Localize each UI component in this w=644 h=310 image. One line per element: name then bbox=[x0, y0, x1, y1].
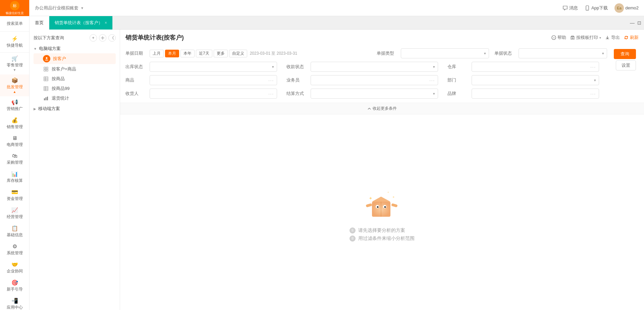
export-button[interactable]: 导出 bbox=[605, 35, 620, 41]
help-button[interactable]: ? 帮助 bbox=[551, 35, 566, 41]
sidebar-item-xinshou[interactable]: 🎯 新手引导 bbox=[0, 277, 29, 295]
receiver-select[interactable]: ··· bbox=[150, 89, 277, 99]
pay-status-select[interactable]: ▾ bbox=[311, 62, 438, 72]
chevron-down-icon[interactable]: ▾ bbox=[81, 6, 83, 10]
scheme-item-refund-stat[interactable]: 退货统计 bbox=[34, 94, 116, 103]
svg-text:✦: ✦ bbox=[392, 195, 395, 199]
scheme-mobile-section: ▶ 移动端方案 bbox=[30, 104, 120, 113]
scheme-item-by-goods[interactable]: 按商品 bbox=[34, 74, 116, 84]
svg-rect-34 bbox=[366, 203, 372, 207]
out-status-label: 出库状态 bbox=[125, 64, 144, 70]
xinshou-icon: 🎯 bbox=[11, 279, 18, 286]
sidebar-item-yingxiao[interactable]: 📢 营销推广 bbox=[0, 96, 29, 114]
date-btn-more[interactable]: 更多 bbox=[214, 50, 228, 57]
sidebar: 标 畅捷信好生意 搜索菜单 ⚡ 快捷导航 🛒 零售管理 ▼ 📦 批发管理 ▲ 📢… bbox=[0, 0, 30, 310]
chevron-down-icon: ▾ bbox=[272, 65, 274, 69]
salesperson-select[interactable]: ··· bbox=[311, 75, 438, 85]
sidebar-item-label: 基础信息 bbox=[7, 232, 23, 238]
settlement-select[interactable]: ▾ bbox=[311, 89, 438, 99]
chevron-up-icon: ▲ bbox=[13, 90, 16, 94]
tab-home[interactable]: 首页 bbox=[30, 16, 49, 30]
app-download-button[interactable]: App下载 bbox=[585, 5, 608, 11]
sidebar-item-xiaoshou[interactable]: 💰 销售管理 bbox=[0, 114, 29, 133]
sidebar-item-jichu[interactable]: 📋 基础信息 bbox=[0, 222, 29, 241]
scheme-desktop-header[interactable]: ▼ 电脑端方案 bbox=[34, 44, 116, 53]
date-btn-7days[interactable]: 近7天 bbox=[196, 50, 212, 57]
xieyi-icon: 🤝 bbox=[11, 261, 18, 268]
tab-bar: 首页 销货单统计表（按客户） × — ⊡ bbox=[30, 16, 644, 30]
search-menu-item[interactable]: 搜索菜单 bbox=[1, 19, 28, 29]
sidebar-logo[interactable]: 标 畅捷信好生意 bbox=[0, 0, 29, 16]
print-button[interactable]: 按模板打印 ▾ bbox=[570, 35, 601, 41]
tab-restore-button[interactable]: ⊡ bbox=[637, 20, 641, 25]
mobile-section-label: 移动端方案 bbox=[38, 106, 60, 112]
bar-chart-icon bbox=[43, 95, 49, 101]
pay-status-label: 收款状态 bbox=[286, 64, 305, 70]
dots-icon: ··· bbox=[590, 64, 596, 69]
scheme-mobile-header[interactable]: ▶ 移动端方案 bbox=[34, 104, 116, 113]
user-menu[interactable]: Ea demo2 bbox=[614, 3, 639, 13]
sidebar-item-label: 批发管理 bbox=[7, 84, 23, 90]
out-status-select[interactable]: ▾ bbox=[150, 62, 277, 72]
scheme-item-label: 按客户 bbox=[53, 56, 66, 62]
sidebar-item-caigou[interactable]: 🛍 采购管理 bbox=[0, 150, 29, 168]
sidebar-item-dianshang[interactable]: 🖥 电商管理 bbox=[0, 133, 29, 150]
collapse-more-button[interactable]: 收起更多条件 bbox=[120, 103, 644, 114]
date-btn-custom[interactable]: 自定义 bbox=[229, 50, 247, 57]
refresh-icon bbox=[624, 35, 629, 40]
tab-minimize-button[interactable]: — bbox=[630, 20, 635, 25]
print-arrow-icon[interactable]: ▾ bbox=[599, 36, 601, 40]
tip-number-2: ② bbox=[350, 236, 356, 242]
header-breadcrumb: 办公用品行业模拟账套 ▾ bbox=[35, 5, 83, 11]
chevron-right-icon: ▶ bbox=[34, 107, 36, 111]
refresh-button[interactable]: 刷新 bbox=[624, 35, 639, 41]
scheme-item-by-customer[interactable]: 按客户 bbox=[34, 53, 116, 64]
filter-settings-button[interactable]: 设置 bbox=[616, 60, 636, 70]
date-btn-this-year[interactable]: 本年 bbox=[180, 50, 195, 57]
svg-rect-20 bbox=[47, 97, 48, 100]
doc-status-select[interactable]: ▾ bbox=[519, 48, 607, 58]
sidebar-item-kucun[interactable]: 📊 库存核算 bbox=[0, 168, 29, 186]
message-button[interactable]: 消息 bbox=[562, 5, 578, 11]
sidebar-item-kuaijie[interactable]: ⚡ 快捷导航 bbox=[0, 33, 29, 51]
sidebar-item-zijin[interactable]: 💳 资金管理 bbox=[0, 186, 29, 204]
goods-select[interactable]: ··· bbox=[150, 75, 277, 85]
scheme-collapse-button[interactable]: 《 bbox=[108, 34, 116, 42]
svg-rect-6 bbox=[44, 67, 46, 69]
sidebar-item-xieyi[interactable]: 🤝 企业协同 bbox=[0, 259, 29, 277]
date-btn-last-month[interactable]: 上月 bbox=[150, 50, 164, 57]
sidebar-item-xitong[interactable]: ⚙ 系统管理 bbox=[0, 241, 29, 259]
sidebar-item-jingying[interactable]: 📈 经营管理 bbox=[0, 204, 29, 222]
dots-icon: ··· bbox=[429, 78, 435, 83]
brand-select[interactable]: ··· bbox=[472, 89, 599, 99]
scheme-panel-header: 按以下方案查询 + 《 bbox=[30, 33, 120, 44]
date-btn-this-month[interactable]: 本月 bbox=[165, 50, 179, 57]
tab-sales-stat-label: 销货单统计表（按客户） bbox=[55, 20, 103, 26]
empty-tip-2: ② 用过滤条件来缩小分析范围 bbox=[350, 236, 415, 242]
tab-close-button[interactable]: × bbox=[105, 20, 107, 25]
scheme-item-by-goods99[interactable]: 按商品99 bbox=[34, 84, 116, 93]
help-icon: ? bbox=[551, 35, 556, 40]
query-button[interactable]: 查询 bbox=[614, 49, 636, 59]
pifa-icon: 📦 bbox=[11, 77, 18, 84]
grid-icon bbox=[43, 66, 49, 72]
scheme-add-button[interactable]: + bbox=[90, 34, 97, 42]
page-content: 按以下方案查询 + 《 ▼ 电脑端方案 bbox=[30, 30, 644, 310]
scheme-item-by-customer-goods[interactable]: 按客户+商品 bbox=[34, 64, 116, 74]
empty-tip-1: ① 请先选择要分析的方案 bbox=[350, 227, 415, 234]
filter-action-buttons: 查询 设置 bbox=[611, 48, 639, 70]
tab-sales-stat[interactable]: 销货单统计表（按客户） × bbox=[49, 16, 113, 30]
scheme-settings-button[interactable] bbox=[99, 34, 106, 42]
doc-type-select[interactable]: ▾ bbox=[401, 48, 489, 58]
warehouse-label: 仓库 bbox=[447, 64, 466, 70]
breadcrumb-text: 办公用品行业模拟账套 bbox=[35, 5, 78, 11]
sidebar-item-pifa[interactable]: 📦 批发管理 ▲ bbox=[0, 74, 29, 96]
sidebar-item-label: 系统管理 bbox=[7, 250, 23, 256]
settlement-label: 结算方式 bbox=[286, 91, 305, 97]
department-select[interactable]: ▾ bbox=[472, 75, 599, 85]
sidebar-item-label: 快捷导航 bbox=[7, 43, 23, 48]
username-label: demo2 bbox=[625, 5, 639, 10]
sidebar-item-lingshou[interactable]: 🛒 零售管理 ▼ bbox=[0, 53, 29, 74]
warehouse-select[interactable]: ··· bbox=[472, 62, 599, 72]
sidebar-item-yingyong[interactable]: 📲 应用中心 bbox=[0, 295, 29, 310]
